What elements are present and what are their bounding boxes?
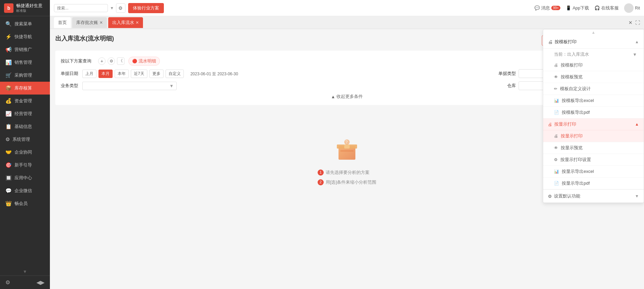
sidebar-item-finance-label: 资金管理 — [14, 98, 32, 104]
sidebar-item-vip[interactable]: 👑 畅会员 — [0, 197, 50, 210]
sidebar-item-inventory[interactable]: 📦 库存核算 — [0, 82, 50, 95]
inventory-batch-tab-close-icon[interactable]: ✕ — [99, 20, 103, 25]
date-btn-custom[interactable]: 自定义 — [166, 70, 184, 78]
sidebar-item-operations[interactable]: 📈 经营管理 — [0, 107, 50, 120]
main-area: ▼ ⚙ 体验行业方案 💬 消息 99+ 📱 App下载 🎧 在线客服 Rit — [50, 0, 644, 289]
dropdown-item-display-pdf[interactable]: 📄 按显示导出pdf — [543, 178, 644, 189]
dropdown-item-display-excel[interactable]: 📊 按显示导出excel — [543, 166, 644, 178]
sidebar-item-sales-label: 销售管理 — [14, 59, 32, 65]
sidebar-item-finance[interactable]: 💰 资金管理 — [0, 95, 50, 107]
business-type-caret-icon: ▼ — [169, 83, 174, 88]
print-header-icon: 🖨 — [548, 39, 553, 45]
sidebar-item-search[interactable]: 🔍 搜索菜单 — [0, 18, 50, 30]
business-type-input[interactable]: ▼ — [82, 82, 177, 90]
sidebar-item-system-label: 系统管理 — [12, 136, 30, 142]
tab-inout-flow[interactable]: 出入库流水 ✕ — [108, 17, 143, 28]
sidebar-item-wechat-label: 企业微信 — [14, 188, 32, 194]
collapse-more-button[interactable]: ▲ 收起更多条件 — [331, 94, 363, 100]
dropdown-item-template-design[interactable]: ✏ 模板自定义设计 — [543, 83, 644, 95]
sidebar-item-marketing[interactable]: 📢 营销推广 — [0, 43, 50, 56]
settings-icon[interactable]: ⚙ — [5, 279, 10, 286]
sidebar-item-cooperation[interactable]: 🤝 企业协同 — [0, 146, 50, 159]
svg-rect-3 — [340, 150, 354, 152]
dropdown-current-label-row: 当前：出入库流水 ▼ — [543, 49, 644, 59]
sidebar-item-cooperation-label: 企业协同 — [14, 149, 32, 155]
template-pdf-icon: 📄 — [554, 110, 559, 115]
date-btn-this-month[interactable]: 本月 — [98, 70, 113, 78]
dropdown-item-template-excel[interactable]: 📊 按模板导出excel — [543, 95, 644, 107]
dropdown-display-print-section-header[interactable]: 🖨 按显示打印 ▲ — [543, 119, 644, 130]
app-download-button[interactable]: 📱 App下载 — [566, 5, 589, 11]
tab-close-all-icon[interactable]: ✕ — [628, 20, 633, 25]
industry-solution-button[interactable]: 体验行业方案 — [128, 3, 164, 13]
print-template-dropdown: ▲ 🖨 按模板打印 ▲ 当前：出入库流水 ▼ 🖨 按 — [543, 29, 644, 203]
sidebar-item-wechat[interactable]: 💬 企业微信 — [0, 184, 50, 197]
date-btn-last-month[interactable]: 上月 — [82, 70, 96, 78]
empty-tips: 1 请先选择要分析的方案 2 用[选]条件来缩小分析范围 — [318, 168, 376, 186]
filter-settings-button[interactable]: ⚙ — [108, 57, 115, 65]
message-icon: 💬 — [534, 5, 540, 10]
tab-expand-icon[interactable]: ⛶ — [635, 20, 640, 25]
template-excel-icon: 📊 — [554, 98, 559, 103]
page-content: 出入库流水(流水明细) 🖨 按模板打印 ▲ ··· ⬆ 导出 🔄 刷新 — [50, 29, 644, 289]
dropdown-item-template-preview[interactable]: 👁 按模板预览 — [543, 71, 644, 83]
date-btn-this-year[interactable]: 本年 — [115, 70, 129, 78]
collapse-sidebar-icon[interactable]: ◀▶ — [36, 279, 45, 286]
dropdown-item-template-print[interactable]: 🖨 按模板打印 — [543, 59, 644, 71]
dropdown-item-display-print-settings[interactable]: ⚙ 按显示打印设置 — [543, 154, 644, 166]
headset-icon: 🎧 — [594, 5, 600, 10]
app-name-text: 畅捷通好生意 标准版 — [16, 3, 42, 13]
sidebar-item-system[interactable]: ⚙ 系统管理 — [0, 133, 50, 146]
dropdown-header-arrow-icon[interactable]: ▲ — [635, 40, 639, 44]
tab-home[interactable]: 首页 — [54, 17, 71, 28]
message-button[interactable]: 💬 消息 99+ — [534, 5, 560, 11]
topbar-chevron-down-icon[interactable]: ▼ — [110, 6, 114, 10]
dropdown-template-print-header[interactable]: 🖨 按模板打印 ▲ — [543, 35, 644, 49]
filter-collapse-button[interactable]: 《 — [117, 57, 124, 65]
topbar-gear-button[interactable]: ⚙ — [116, 3, 125, 13]
display-print-section-arrow-icon[interactable]: ▲ — [635, 122, 639, 127]
sidebar-scroll-down[interactable]: ▼ — [0, 268, 50, 275]
sidebar-item-app-center[interactable]: 🔲 应用中心 — [0, 172, 50, 184]
inventory-icon: 📦 — [5, 85, 12, 91]
search-icon: 🔍 — [5, 21, 12, 27]
page-title: 出入库流水(流水明细) — [55, 34, 114, 43]
dropdown-header-left: 🖨 按模板打印 — [548, 39, 577, 45]
filter-add-button[interactable]: + — [98, 57, 106, 65]
sidebar-item-purchase[interactable]: 🛒 采购管理 — [0, 69, 50, 82]
home-tab-label: 首页 — [58, 20, 67, 26]
svg-rect-2 — [344, 144, 350, 149]
online-service-button[interactable]: 🎧 在线客服 — [594, 5, 619, 11]
inout-flow-tab-close-icon[interactable]: ✕ — [136, 20, 139, 25]
date-filter-buttons: 上月 本月 本年 近7天 更多 自定义 — [82, 70, 184, 78]
empty-tip-2: 2 用[选]条件来缩小分析范围 — [318, 178, 376, 186]
tip-num-2: 2 — [318, 179, 324, 185]
dropdown-item-display-print[interactable]: 🖨 按显示打印 — [543, 130, 644, 142]
dropdown-item-template-pdf[interactable]: 📄 按模板导出pdf — [543, 107, 644, 119]
tab-inventory-batch[interactable]: 库存批次账 ✕ — [72, 17, 107, 28]
filter-actions: + ⚙ 《 — [98, 57, 124, 65]
sidebar-item-guide[interactable]: 🎯 新手引导 — [0, 159, 50, 172]
sidebar-item-operations-label: 经营管理 — [14, 111, 32, 117]
topbar-search-input[interactable] — [54, 4, 108, 12]
filter-tag-detail[interactable]: 🔴 流水明细 — [128, 57, 160, 65]
business-type-label: 业务类型 — [61, 83, 78, 89]
sidebar-item-sales[interactable]: 📊 销售管理 — [0, 56, 50, 69]
empty-state-icon: ? — [333, 136, 360, 163]
phone-icon: 📱 — [566, 5, 571, 10]
wechat-icon: 💬 — [5, 188, 12, 194]
dropdown-item-display-preview[interactable]: 👁 按显示预览 — [543, 142, 644, 154]
sidebar-item-basic-info[interactable]: 📋 基础信息 — [0, 120, 50, 133]
sidebar-item-quick-nav[interactable]: ⚡ 快捷导航 — [0, 30, 50, 43]
date-btn-more[interactable]: 更多 — [149, 70, 164, 78]
user-avatar-area[interactable]: Rit — [624, 3, 640, 13]
template-print-icon: 🖨 — [554, 63, 558, 68]
inventory-batch-tab-label: 库存批次账 — [76, 20, 98, 26]
avatar — [624, 3, 634, 13]
date-btn-7days[interactable]: 近7天 — [131, 70, 147, 78]
date-filter-label: 单据日期 — [61, 71, 78, 77]
dropdown-footer[interactable]: ⚙ 设置默认功能 ▼ — [543, 189, 644, 203]
tag-icon: 🔴 — [132, 59, 137, 63]
display-print-settings-icon: ⚙ — [554, 157, 558, 162]
dropdown-scroll-up[interactable]: ▲ — [543, 29, 644, 35]
